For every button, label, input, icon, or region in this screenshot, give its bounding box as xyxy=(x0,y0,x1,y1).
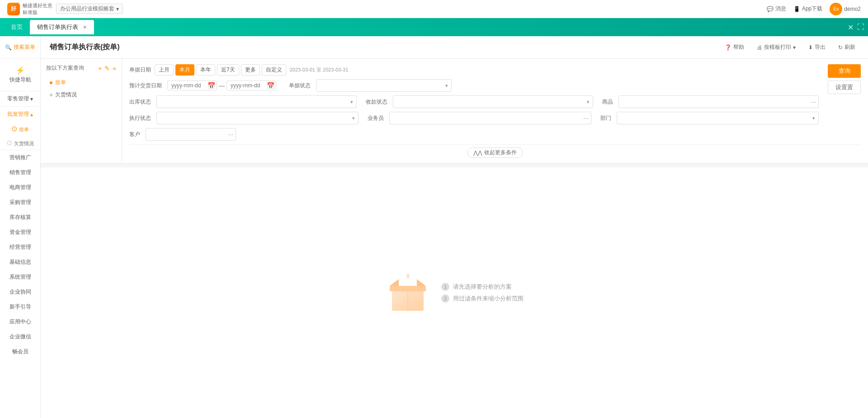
collapse-btn[interactable]: ⋀⋀ 收起更多条件 xyxy=(467,147,523,158)
sidebar-item-system[interactable]: 系统管理 xyxy=(0,270,40,285)
filter-row-4: 客户 ··· xyxy=(129,128,819,141)
date-btn-more[interactable]: 更多 xyxy=(241,64,260,76)
template-print-btn[interactable]: 🖨 按模板打印 ▾ xyxy=(753,42,799,53)
calendar-start-icon[interactable]: 📅 xyxy=(208,82,215,89)
calendar-end-icon[interactable]: 📅 xyxy=(267,82,274,89)
exec-status-wrapper xyxy=(156,112,359,124)
scheme-item-debt[interactable]: 欠货情况 xyxy=(46,89,116,101)
sidebar-search-area: 🔍 搜索菜单 xyxy=(0,36,40,59)
sidebar-item-member[interactable]: 畅会员 xyxy=(0,344,40,359)
empty-state-content: ✦ 1 请先选择要分析的方案 2 用过滤条件来缩小分析范围 xyxy=(385,270,524,315)
sidebar-item-wholesale[interactable]: 批发管理 ▴ xyxy=(0,107,40,122)
sidebar-group-wholesale: 批发管理 ▴ ⊙ 按单 ⊙ 欠货情况 xyxy=(0,107,40,150)
export-btn[interactable]: ⬇ 导出 xyxy=(805,42,829,53)
sidebar-sub-item-debt[interactable]: ⊙ 欠货情况 xyxy=(0,136,40,150)
status-select-wrapper: ▾ xyxy=(316,79,452,92)
query-btns: 查询 设置置 xyxy=(828,64,861,94)
customer-more-icon[interactable]: ··· xyxy=(228,131,233,138)
payment-status-wrapper xyxy=(393,95,593,108)
date-btn-last7[interactable]: 近7天 xyxy=(217,64,239,76)
sidebar-item-basic[interactable]: 基础信息 xyxy=(0,255,40,270)
scheme-dot-inactive xyxy=(50,94,52,96)
customer-input[interactable] xyxy=(146,128,236,141)
sidebar-item-ecom[interactable]: 电商管理 xyxy=(0,180,40,195)
salesman-input[interactable] xyxy=(389,112,591,124)
date-btn-custom[interactable]: 自定义 xyxy=(262,64,286,76)
goods-more-icon[interactable]: ··· xyxy=(811,98,816,105)
goods-input[interactable] xyxy=(618,95,819,108)
sidebar-item-sales-mgmt[interactable]: 销售管理 xyxy=(0,165,40,180)
delivery-status-select[interactable] xyxy=(156,95,357,108)
sidebar-item-app-center[interactable]: 应用中心 xyxy=(0,314,40,329)
logo-icon: 好 xyxy=(7,3,20,15)
sidebar-item-business[interactable]: 经营管理 xyxy=(0,240,40,255)
collapse-bar: ⋀⋀ 收起更多条件 xyxy=(129,144,861,158)
sidebar-item-quick-nav[interactable]: ⚡ 快捷导航 xyxy=(0,62,40,87)
scheme-dot-active xyxy=(50,81,52,84)
date-btn-this-month[interactable]: 本月 xyxy=(175,64,194,76)
app-download-btn[interactable]: 📱 App下载 xyxy=(793,5,822,13)
date-btn-this-year[interactable]: 本年 xyxy=(196,64,215,76)
filter-main: 单据日期 上月 本月 本年 近7天 更多 自定义 2023-03-01 至 20… xyxy=(122,59,868,163)
svg-marker-2 xyxy=(390,279,399,286)
date-btn-last-month[interactable]: 上月 xyxy=(155,64,174,76)
empty-state: ✦ 1 请先选择要分析的方案 2 用过滤条件来缩小分析范围 xyxy=(41,167,868,418)
sidebar-item-marketing[interactable]: 营销推广 xyxy=(0,150,40,165)
date-filter-row: 单据日期 上月 本月 本年 近7天 更多 自定义 2023-03-01 至 20… xyxy=(129,64,819,76)
status-select[interactable] xyxy=(316,79,452,92)
salesman-wrapper: ··· xyxy=(389,112,591,124)
avatar: Ea xyxy=(830,3,842,15)
sidebar-item-inventory[interactable]: 库存核算 xyxy=(0,210,40,225)
settings-btn[interactable]: 设置置 xyxy=(828,81,861,94)
customer-wrapper: ··· xyxy=(146,128,236,141)
svg-marker-3 xyxy=(417,279,426,286)
empty-tip-1: 1 请先选择要分析的方案 xyxy=(441,283,524,291)
sidebar-item-finance[interactable]: 资金管理 xyxy=(0,225,40,240)
scheme-edit-btn[interactable]: ✎ xyxy=(104,65,110,72)
page-actions: ❓ 帮助 🖨 按模板打印 ▾ ⬇ 导出 ↻ 刷新 xyxy=(721,42,859,53)
sidebar-item-retail[interactable]: 零售管理 ▾ xyxy=(0,91,40,106)
exec-status-select[interactable] xyxy=(156,112,359,124)
delivery-status-wrapper xyxy=(156,95,357,108)
dept-wrapper xyxy=(617,112,819,124)
dept-select[interactable] xyxy=(617,112,819,124)
message-btn[interactable]: 💬 消息 xyxy=(767,5,786,13)
filter-row-3: 执行状态 业务员 ··· 部门 xyxy=(129,112,819,124)
tab-sales-exec[interactable]: 销售订单执行表 ✕ xyxy=(30,20,94,34)
tab-close-all-btn[interactable]: ✕ xyxy=(848,23,854,32)
search-menu-btn[interactable]: 🔍 搜索菜单 xyxy=(4,41,37,54)
scheme-collapse-btn[interactable]: « xyxy=(113,65,116,72)
payment-status-select[interactable] xyxy=(393,95,593,108)
sidebar-item-newbie[interactable]: 新手引导 xyxy=(0,299,40,314)
scheme-panel-header: 按以下方案查询 + ✎ « xyxy=(46,64,116,72)
goods-wrapper: ··· xyxy=(618,95,819,108)
filter-scheme-panel: 按以下方案查询 + ✎ « 按单 欠货情况 xyxy=(41,59,868,164)
empty-box-illustration: ✦ xyxy=(385,270,430,315)
refresh-btn[interactable]: ↻ 刷新 xyxy=(835,42,859,53)
page-header: 销售订单执行表(按单) ❓ 帮助 🖨 按模板打印 ▾ ⬇ 导出 ↻ 刷新 xyxy=(41,36,868,59)
sidebar-item-wechat[interactable]: 企业微信 xyxy=(0,329,40,344)
tab-close-btn[interactable]: ✕ xyxy=(83,24,87,30)
quick-nav-section: ⚡ 快捷导航 xyxy=(0,59,40,91)
logo-text: 畅捷通好生意 标准版 xyxy=(23,2,52,15)
industry-selector[interactable]: 办公用品行业模拟账套 ▾ xyxy=(56,4,123,14)
query-btn[interactable]: 查询 xyxy=(828,64,861,78)
date-btn-group: 上月 本月 本年 近7天 更多 自定义 xyxy=(155,64,286,76)
sidebar-item-purchase[interactable]: 采购管理 xyxy=(0,195,40,210)
empty-tip-2: 2 用过滤条件来缩小分析范围 xyxy=(441,294,524,303)
sidebar: 🔍 搜索菜单 ⚡ 快捷导航 零售管理 ▾ 批发管理 ▴ ⊙ 按单 xyxy=(0,36,41,418)
scheme-item-order[interactable]: 按单 xyxy=(46,76,116,89)
page-title: 销售订单执行表(按单) xyxy=(50,43,120,52)
user-avatar[interactable]: Ea demo2 xyxy=(830,3,861,15)
salesman-more-icon[interactable]: ··· xyxy=(583,114,589,122)
help-btn[interactable]: ❓ 帮助 xyxy=(721,42,748,53)
sidebar-item-enterprise[interactable]: 企业协同 xyxy=(0,285,40,299)
filter-row-2: 出库状态 收款状态 xyxy=(129,95,819,108)
tab-expand-btn[interactable]: ⛶ xyxy=(857,23,864,31)
date-input-group: 📅 — 📅 xyxy=(167,81,276,90)
expected-date-row: 预计交货日期 📅 — 📅 xyxy=(129,79,819,92)
tab-home[interactable]: 首页 xyxy=(4,20,30,34)
scheme-panel: 按以下方案查询 + ✎ « 按单 欠货情况 xyxy=(41,59,122,163)
scheme-add-btn[interactable]: + xyxy=(98,65,102,72)
sidebar-sub-item-order[interactable]: ⊙ 按单 xyxy=(0,122,40,136)
